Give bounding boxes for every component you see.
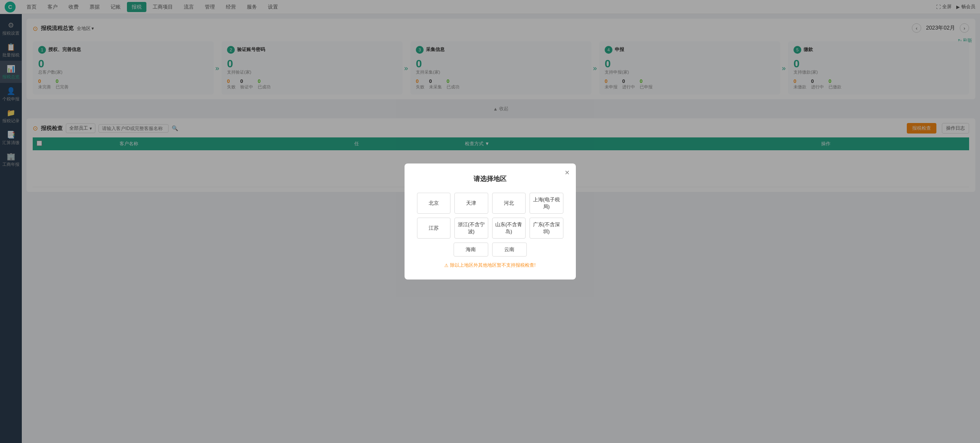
region-btn-zhejiang[interactable]: 浙江(不含宁波) (454, 218, 488, 239)
region-btn-shandong[interactable]: 山东(不含青岛) (492, 218, 526, 239)
region-btn-beijing[interactable]: 北京 (417, 193, 451, 214)
modal-close-button[interactable]: ✕ (565, 169, 570, 176)
region-grid-row2: 江苏 浙江(不含宁波) 山东(不含青岛) 广东(不含深圳) (417, 218, 563, 239)
region-btn-hebei[interactable]: 河北 (492, 193, 526, 214)
region-btn-yunnan[interactable]: 云南 (492, 243, 527, 257)
region-btn-guangdong[interactable]: 广东(不含深圳) (530, 218, 563, 239)
region-btn-tianjin[interactable]: 天津 (454, 193, 488, 214)
region-grid-row3: 海南 云南 (417, 243, 563, 257)
region-btn-hainan[interactable]: 海南 (454, 243, 488, 257)
region-btn-jiangsu[interactable]: 江苏 (417, 218, 451, 239)
modal-warning: ⚠ 除以上地区外其他地区暂不支持报税检查! (417, 262, 563, 269)
modal-overlay: ✕ 请选择地区 北京 天津 河北 上海(电子税局) 江苏 浙江(不含宁波) 山东… (0, 0, 980, 443)
warning-icon: ⚠ (444, 263, 449, 268)
region-grid-row1: 北京 天津 河北 上海(电子税局) (417, 193, 563, 214)
region-select-modal: ✕ 请选择地区 北京 天津 河北 上海(电子税局) 江苏 浙江(不含宁波) 山东… (405, 163, 576, 280)
region-btn-shanghai[interactable]: 上海(电子税局) (530, 193, 563, 214)
modal-title: 请选择地区 (417, 174, 563, 183)
